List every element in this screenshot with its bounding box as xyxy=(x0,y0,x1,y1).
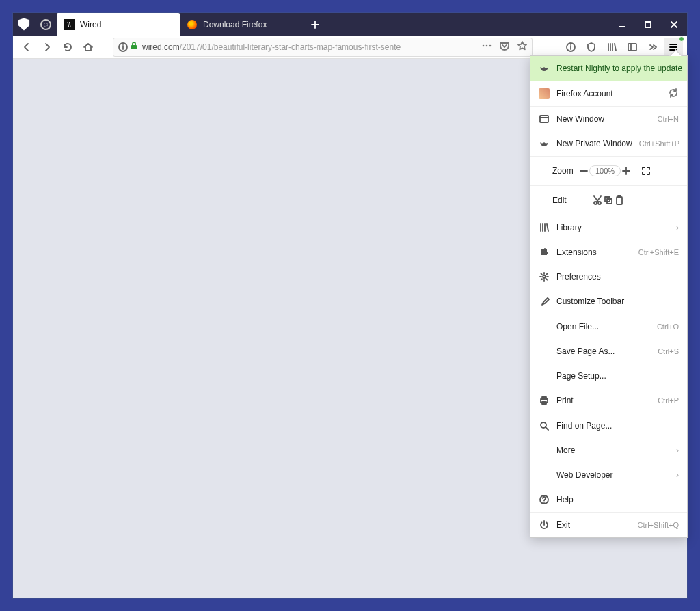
sidebar-icon[interactable] xyxy=(623,38,642,57)
mask-icon xyxy=(539,63,550,74)
restart-update-item[interactable]: Restart Nightly to apply the update xyxy=(530,56,687,81)
library-item[interactable]: Library › xyxy=(530,215,687,240)
edit-label: Edit xyxy=(530,195,592,205)
url-path: /2017/01/beautiful-literary-star-charts-… xyxy=(180,42,481,52)
mask-icon xyxy=(539,138,550,149)
edit-row: Edit xyxy=(530,186,687,215)
lock-icon xyxy=(129,40,139,53)
library-icon[interactable] xyxy=(602,38,621,57)
gear-icon xyxy=(40,19,51,30)
forward-button[interactable] xyxy=(38,38,57,57)
firefox-account-item[interactable]: Firefox Account xyxy=(530,81,687,106)
cut-button[interactable] xyxy=(592,186,603,215)
toolbar: wired.com /2017/01/beautiful-literary-st… xyxy=(13,36,687,59)
chevron-right-icon: › xyxy=(676,223,679,232)
url-bar[interactable]: wired.com /2017/01/beautiful-literary-st… xyxy=(113,38,533,57)
browser-window: \\ Wired Download Firefox wired.com /201… xyxy=(12,12,688,599)
info-icon[interactable] xyxy=(118,38,129,57)
menu-label: Customize Toolbar xyxy=(556,297,679,306)
new-private-window-item[interactable]: New Private Window Ctrl+Shift+P xyxy=(530,131,687,156)
fullscreen-button[interactable] xyxy=(632,157,659,185)
menu-label: Preferences xyxy=(556,272,679,282)
new-window-item[interactable]: New Window Ctrl+N xyxy=(530,107,687,131)
minimize-button[interactable] xyxy=(609,13,635,36)
window-controls xyxy=(609,13,687,36)
zoom-value[interactable]: 100% xyxy=(589,165,621,176)
open-file-item[interactable]: Open File... Ctrl+O xyxy=(530,314,687,339)
tab-wired[interactable]: \\ Wired xyxy=(57,13,180,36)
menu-label: Help xyxy=(556,495,679,504)
zoom-out-button[interactable] xyxy=(578,157,589,185)
copy-button[interactable] xyxy=(603,186,614,215)
avatar-icon xyxy=(539,88,550,99)
reload-button[interactable] xyxy=(58,38,77,57)
help-icon xyxy=(539,494,550,505)
menu-label: Find on Page... xyxy=(556,421,679,431)
menu-label: Open File... xyxy=(556,322,650,331)
print-item[interactable]: Print Ctrl+P xyxy=(530,388,687,413)
menu-shortcut: Ctrl+Shift+Q xyxy=(637,521,679,529)
new-tab-button[interactable] xyxy=(306,15,325,34)
puzzle-icon xyxy=(539,247,550,258)
zoom-row: Zoom 100% xyxy=(530,157,687,185)
svg-point-5 xyxy=(489,45,492,47)
overflow-icon[interactable] xyxy=(643,38,662,57)
menu-label: More xyxy=(556,446,669,455)
save-page-as-item[interactable]: Save Page As... Ctrl+S xyxy=(530,339,687,364)
menu-label: Web Developer xyxy=(556,470,669,480)
svg-point-4 xyxy=(486,45,488,47)
window-icon xyxy=(539,113,550,124)
more-item[interactable]: More › xyxy=(530,438,687,463)
menu-label: Page Setup... xyxy=(556,371,679,381)
tab-title: Wired xyxy=(80,20,101,29)
extensions-item[interactable]: Extensions Ctrl+Shift+E xyxy=(530,240,687,264)
menu-shortcut: Ctrl+Shift+P xyxy=(639,139,679,148)
menu-shortcut: Ctrl+N xyxy=(658,115,679,123)
close-button[interactable] xyxy=(661,13,687,36)
paste-button[interactable] xyxy=(614,186,625,215)
web-developer-item[interactable]: Web Developer › xyxy=(530,463,687,487)
bookmark-star-icon[interactable] xyxy=(517,40,528,53)
svg-rect-7 xyxy=(628,44,636,51)
toolbar-right xyxy=(561,38,683,57)
preferences-item[interactable]: Preferences xyxy=(530,264,687,289)
menu-label: Print xyxy=(556,396,651,405)
printer-icon xyxy=(539,395,550,406)
menu-label: New Private Window xyxy=(556,139,632,148)
find-item[interactable]: Find on Page... xyxy=(530,413,687,438)
update-badge-icon xyxy=(679,36,684,42)
titlebar-icon-2[interactable] xyxy=(36,15,55,34)
zoom-in-button[interactable] xyxy=(621,157,632,185)
menu-shortcut: Ctrl+S xyxy=(658,347,679,355)
svg-rect-8 xyxy=(540,116,548,122)
page-actions-icon[interactable] xyxy=(481,40,492,53)
power-icon xyxy=(539,519,550,530)
app-menu: Restart Nightly to apply the update Fire… xyxy=(530,55,688,538)
info-button[interactable] xyxy=(561,38,580,57)
home-button[interactable] xyxy=(79,38,98,57)
svg-point-15 xyxy=(543,275,546,278)
paintbrush-icon xyxy=(539,296,550,307)
maximize-button[interactable] xyxy=(635,13,661,36)
exit-item[interactable]: Exit Ctrl+Shift+Q xyxy=(530,513,687,537)
tab-title: Download Firefox xyxy=(203,20,267,29)
menu-label: Firefox Account xyxy=(556,89,661,98)
library-icon xyxy=(539,222,550,233)
tracking-protection-icon[interactable] xyxy=(582,38,601,57)
menu-shortcut: Ctrl+Shift+E xyxy=(638,248,679,256)
customize-item[interactable]: Customize Toolbar xyxy=(530,289,687,314)
titlebar-icon-1[interactable] xyxy=(14,15,33,34)
gear-icon xyxy=(539,271,550,282)
pocket-icon[interactable] xyxy=(499,40,510,53)
sync-icon[interactable] xyxy=(668,87,679,100)
chevron-right-icon: › xyxy=(676,446,679,455)
menu-shortcut: Ctrl+O xyxy=(657,323,679,331)
tab-download-firefox[interactable]: Download Firefox xyxy=(180,13,303,36)
help-item[interactable]: Help xyxy=(530,487,687,512)
page-setup-item[interactable]: Page Setup... xyxy=(530,364,687,388)
back-button[interactable] xyxy=(17,38,36,57)
menu-label: Library xyxy=(556,223,669,232)
search-icon xyxy=(539,420,550,431)
menu-label: Save Page As... xyxy=(556,347,651,356)
wired-favicon-icon: \\ xyxy=(64,19,75,30)
